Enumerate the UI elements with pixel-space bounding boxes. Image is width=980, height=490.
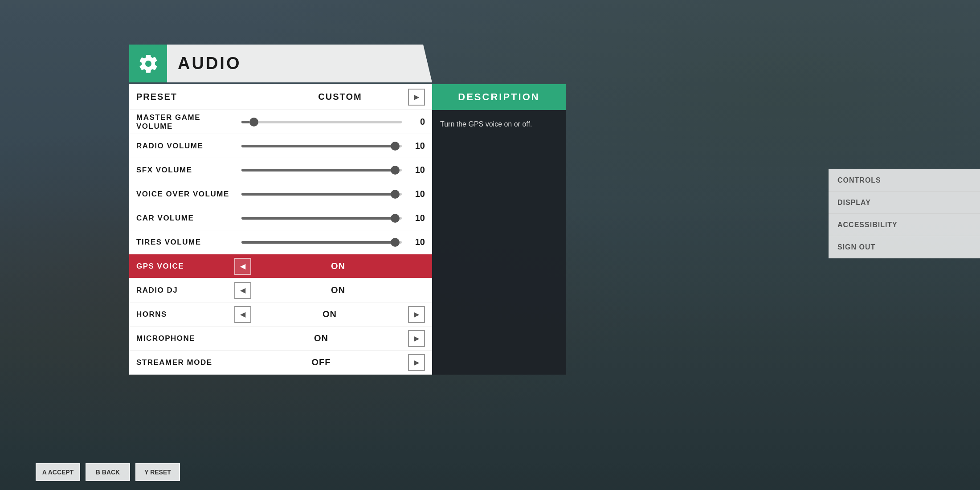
slider-row-2: SFX VOLUME 10 — [129, 158, 432, 182]
description-header: DESCRIPTION — [432, 84, 566, 110]
toggle-value-0: ON — [251, 261, 425, 271]
slider-row-5: TIRES VOLUME 10 — [129, 230, 432, 254]
slider-value-5: 10 — [409, 237, 425, 247]
slider-track-4[interactable] — [241, 217, 402, 220]
nav-reset-button[interactable]: Y RESET — [135, 463, 180, 481]
horns-right-arrow[interactable]: ▶ — [408, 306, 425, 323]
slider-label-1: RADIO VOLUME — [136, 142, 234, 151]
slider-label-0: MASTER GAME VOLUME — [136, 113, 234, 131]
toggle-label-1: RADIO DJ — [136, 286, 234, 295]
slider-label-2: SFX VOLUME — [136, 166, 234, 175]
gear-icon — [138, 53, 159, 74]
toggle-value-1: ON — [251, 285, 425, 295]
toggle-value-3: ON — [234, 333, 408, 343]
toggle-label-3: MICROPHONE — [136, 334, 234, 343]
slider-value-0: 0 — [409, 117, 425, 127]
gps-voice-left-arrow[interactable]: ◀ — [234, 258, 251, 275]
slider-row-3: VOICE OVER VOLUME 10 — [129, 182, 432, 206]
slider-label-4: CAR VOLUME — [136, 214, 234, 223]
custom-label: CUSTOM — [272, 92, 408, 102]
slider-value-1: 10 — [409, 141, 425, 151]
toggle-row-gps-voice: GPS VOICE ◀ ON — [129, 254, 432, 278]
right-menu-item-0[interactable]: CONTROLS — [829, 169, 980, 192]
toggle-row-radio-dj: RADIO DJ ◀ ON — [129, 278, 432, 302]
slider-row-1: RADIO VOLUME 10 — [129, 134, 432, 158]
right-side-menu: CONTROLS DISPLAY ACCESSIBILITY SIGN OUT — [829, 169, 980, 258]
slider-label-3: VOICE OVER VOLUME — [136, 190, 234, 199]
preset-label: PRESET — [136, 92, 272, 102]
toggle-label-2: HORNS — [136, 310, 234, 319]
audio-icon-bg — [129, 45, 167, 82]
toggle-label-4: STREAMER MODE — [136, 358, 234, 367]
slider-value-2: 10 — [409, 165, 425, 175]
slider-thumb-5[interactable] — [391, 238, 400, 247]
slider-fill-0 — [241, 121, 249, 123]
slider-value-3: 10 — [409, 189, 425, 199]
right-menu-item-1[interactable]: DISPLAY — [829, 192, 980, 214]
description-text: Turn the GPS voice on or off. — [440, 119, 558, 130]
slider-fill-2 — [241, 169, 394, 172]
description-body: Turn the GPS voice on or off. — [432, 110, 566, 375]
slider-thumb-1[interactable] — [391, 142, 400, 151]
nav-back-button[interactable]: B BACK — [86, 463, 130, 481]
slider-track-3[interactable] — [241, 193, 402, 196]
right-menu-item-2[interactable]: ACCESSIBILITY — [829, 214, 980, 236]
main-panel: PRESET CUSTOM ▶ MASTER GAME VOLUME 0 RAD… — [129, 84, 566, 375]
preset-next-button[interactable]: ▶ — [408, 89, 425, 106]
slider-thumb-4[interactable] — [391, 214, 400, 223]
slider-value-4: 10 — [409, 213, 425, 223]
slider-fill-5 — [241, 241, 394, 244]
slider-track-5[interactable] — [241, 241, 402, 244]
slider-thumb-3[interactable] — [391, 190, 400, 199]
toggle-value-4: OFF — [234, 357, 408, 368]
slider-row-0: MASTER GAME VOLUME 0 — [129, 110, 432, 134]
radio-dj-left-arrow[interactable]: ◀ — [234, 282, 251, 299]
slider-row-4: CAR VOLUME 10 — [129, 206, 432, 230]
slider-track-0[interactable] — [241, 121, 402, 123]
slider-track-2[interactable] — [241, 169, 402, 172]
ui-container: AUDIO PRESET CUSTOM ▶ MASTER GAME VOLUME… — [129, 45, 566, 375]
horns-left-arrow[interactable]: ◀ — [234, 306, 251, 323]
slider-fill-1 — [241, 145, 394, 147]
nav-bar: A ACCEPT B BACK Y RESET — [36, 463, 180, 481]
slider-label-5: TIRES VOLUME — [136, 238, 234, 247]
microphone-right-arrow[interactable]: ▶ — [408, 330, 425, 347]
nav-accept-button[interactable]: A ACCEPT — [36, 463, 80, 481]
slider-track-1[interactable] — [241, 145, 402, 147]
title-bar: AUDIO — [129, 45, 432, 82]
description-title: DESCRIPTION — [458, 91, 539, 103]
description-panel: DESCRIPTION Turn the GPS voice on or off… — [432, 84, 566, 375]
toggle-row-microphone: MICROPHONE ON ▶ — [129, 327, 432, 351]
settings-panel: PRESET CUSTOM ▶ MASTER GAME VOLUME 0 RAD… — [129, 84, 432, 375]
page-title: AUDIO — [167, 45, 432, 82]
toggle-row-horns: HORNS ◀ ON ▶ — [129, 302, 432, 327]
right-menu-item-3[interactable]: SIGN OUT — [829, 236, 980, 258]
streamer-mode-right-arrow[interactable]: ▶ — [408, 354, 425, 371]
toggle-label-0: GPS VOICE — [136, 262, 234, 271]
slider-thumb-0[interactable] — [249, 118, 258, 127]
toggle-row-streamer-mode: STREAMER MODE OFF ▶ — [129, 351, 432, 375]
toggle-value-2: ON — [251, 309, 408, 319]
preset-custom-row: PRESET CUSTOM ▶ — [129, 84, 432, 110]
slider-fill-3 — [241, 193, 394, 196]
slider-thumb-2[interactable] — [391, 166, 400, 175]
slider-fill-4 — [241, 217, 394, 220]
